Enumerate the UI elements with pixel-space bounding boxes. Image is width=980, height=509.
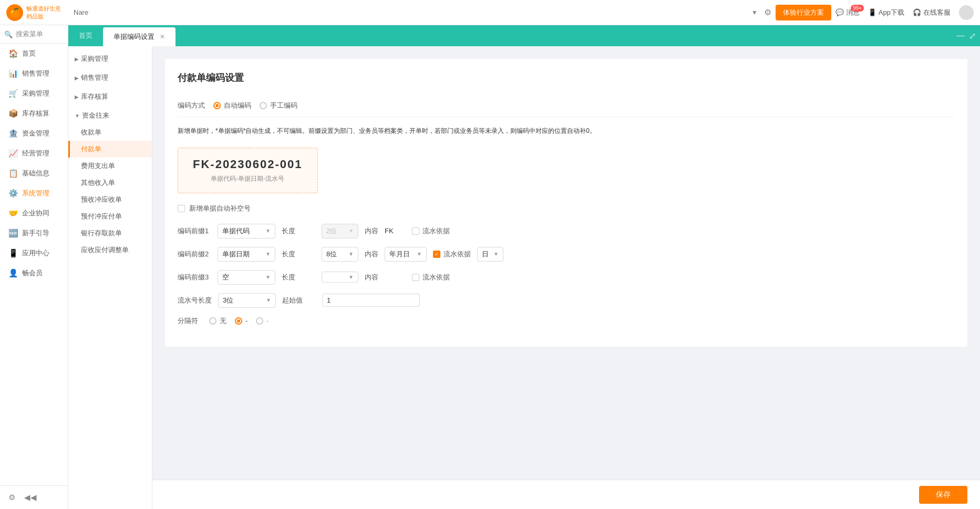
home-icon: 🏠 [8, 49, 18, 58]
separator-radio-group: 无 - · [209, 316, 269, 326]
sub-group-purchase-header[interactable]: ▶ 采购管理 [68, 50, 152, 67]
prefix2-length[interactable]: 8位 ▼ [322, 247, 358, 262]
prefix2-stream-unit-select[interactable]: 日 ▼ [477, 247, 503, 262]
tab-close-icon[interactable]: ✕ [160, 33, 165, 40]
tab-home[interactable]: 首页 [68, 25, 103, 46]
prefix1-length: 2位 ▼ [322, 224, 358, 238]
example-desc: 单据代码-单据日期-流水号 [193, 174, 303, 183]
tab-encoding[interactable]: 单据编码设置 ✕ [103, 27, 176, 46]
prefix3-length-arrow-icon: ▼ [348, 274, 354, 280]
radio-auto-circle [213, 102, 221, 109]
message-btn[interactable]: 💬 消息 99+ [835, 8, 860, 17]
sub-item-payment[interactable]: 付款单 [68, 141, 152, 158]
sidebar-search[interactable]: 🔍 搜索菜单 [0, 25, 68, 44]
prefix1-stream-check[interactable]: 流水依据 [412, 226, 450, 236]
online-service-btn[interactable]: 🎧 在线客服 [913, 8, 951, 17]
sub-item-other-income[interactable]: 其他收入单 [68, 174, 152, 191]
chevron-right-icon2: ▶ [75, 75, 79, 81]
prefix2-label: 编码前缀2 [178, 250, 211, 259]
sep-dot-circle [256, 317, 263, 325]
sub-item-advance-payable[interactable]: 预付冲应付单 [68, 208, 152, 225]
logo: 🍊 畅通道好生意 档品版 [6, 4, 69, 21]
sub-item-bank[interactable]: 银行存取款单 [68, 225, 152, 242]
sub-group-sales-header[interactable]: ▶ 销售管理 [68, 69, 152, 86]
prefix2-content-arrow-icon: ▼ [417, 251, 422, 257]
sidebar-settings-btn[interactable]: ⚙ [4, 490, 19, 505]
headset-icon: 🎧 [913, 8, 921, 16]
sub-item-adjustment[interactable]: 应收应付调整单 [68, 242, 152, 258]
sub-group-finance-header[interactable]: ▼ 资金往来 [68, 107, 152, 124]
encoding-method-label: 编码方式 [178, 101, 205, 110]
settings-icon[interactable]: ⚙ [764, 7, 771, 17]
sep-dash[interactable]: - [235, 317, 247, 325]
separator-row: 分隔符 无 - [178, 316, 955, 326]
sidebar-item-basic[interactable]: 📋 基础信息 [0, 163, 68, 183]
sidebar-item-guide[interactable]: 🆕 新手引导 [0, 223, 68, 243]
auto-fill-checkbox[interactable] [178, 205, 185, 212]
sub-item-expense[interactable]: 费用支出单 [68, 158, 152, 174]
prefix2-content-label: 内容 [365, 250, 378, 259]
sidebar-collapse-btn[interactable]: ◀◀ [23, 490, 38, 505]
prefix2-stream-check[interactable]: 流水依据 [433, 250, 471, 259]
prefix3-select[interactable]: 空 ▼ [218, 270, 275, 285]
sub-group-finance: ▼ 资金往来 收款单 付款单 费用支出单 其他收入单 预收冲应收单 预付冲应付单… [68, 107, 152, 258]
sidebar-item-system[interactable]: ⚙️ 系统管理 [0, 183, 68, 203]
operations-icon: 📈 [8, 149, 18, 158]
sub-item-receipt[interactable]: 收款单 [68, 124, 152, 141]
prefix3-length[interactable]: ▼ [322, 272, 358, 283]
sidebar-item-apps[interactable]: 📱 应用中心 [0, 243, 68, 263]
chevron-right-icon3: ▶ [75, 94, 79, 100]
auto-fill-label: 新增单据自动补空号 [189, 204, 251, 213]
sub-group-inventory-header[interactable]: ▶ 库存核算 [68, 88, 152, 105]
save-button[interactable]: 保存 [919, 486, 967, 504]
prefix3-arrow-icon: ▼ [265, 274, 271, 280]
member-icon: 👤 [8, 268, 18, 278]
radio-manual[interactable]: 手工编码 [260, 101, 297, 110]
prefix2-content-select[interactable]: 年月日 ▼ [385, 247, 427, 262]
serial-length-select[interactable]: 3位 ▼ [218, 293, 276, 308]
prefix3-length-label: 长度 [282, 273, 315, 282]
app-download-btn[interactable]: 📱 App下载 [868, 8, 904, 17]
radio-manual-circle [260, 102, 267, 109]
prefix1-length-label: 长度 [282, 226, 315, 236]
sidebar-item-sales[interactable]: 📊 销售管理 [0, 64, 68, 84]
prefix-row-3: 编码前缀3 空 ▼ 长度 ▼ 内容 [178, 270, 955, 285]
prefix1-stream-checkbox [412, 227, 419, 235]
serial-length-label: 流水号长度 [178, 296, 212, 305]
prefix2-stream-checkbox [433, 251, 440, 258]
main-layout: 🔍 搜索菜单 🏠 首页 📊 销售管理 🛒 采购管理 📦 库存核算 🏦 资金管理 … [0, 25, 980, 509]
top-bar: 🍊 畅通道好生意 档品版 Nare ▼ ⚙ 体验行业方案 💬 消息 99+ 📱 … [0, 0, 980, 25]
radio-auto[interactable]: 自动编码 [213, 101, 251, 110]
sep-dot[interactable]: · [256, 317, 269, 325]
chevron-down-icon[interactable]: ▼ [751, 9, 758, 16]
sep-none[interactable]: 无 [209, 316, 226, 326]
tab-expand-icon[interactable]: ⤢ [969, 31, 976, 41]
sidebar-item-member[interactable]: 👤 畅会员 [0, 263, 68, 283]
prefix3-label: 编码前缀3 [178, 273, 211, 282]
logo-text: 畅通道好生意 档品版 [26, 5, 61, 20]
prefix1-label: 编码前缀1 [178, 226, 211, 236]
search-icon: 🔍 [4, 30, 13, 38]
sidebar-item-finance[interactable]: 🏦 资金管理 [0, 123, 68, 143]
sub-group-purchase: ▶ 采购管理 [68, 50, 152, 67]
sidebar-item-home[interactable]: 🏠 首页 [0, 44, 68, 64]
content-wrapper: ▶ 采购管理 ▶ 销售管理 ▶ 库存核算 [68, 46, 980, 509]
top-bar-right: 💬 消息 99+ 📱 App下载 🎧 在线客服 [835, 5, 974, 20]
prefix3-stream-check[interactable]: 流水依据 [412, 273, 450, 282]
sidebar-item-inventory[interactable]: 📦 库存核算 [0, 103, 68, 123]
tab-bar: 首页 单据编码设置 ✕ — ⤢ [68, 25, 980, 46]
tab-minimize-icon[interactable]: — [956, 31, 965, 40]
trial-btn[interactable]: 体验行业方案 [776, 5, 831, 20]
prefix2-unit-arrow-icon: ▼ [493, 251, 499, 257]
sidebar-item-purchase[interactable]: 🛒 采购管理 [0, 84, 68, 103]
serial-start-input[interactable] [322, 294, 420, 307]
prefix2-select[interactable]: 单据日期 ▼ [218, 247, 275, 262]
bottom-bar: 保存 [152, 480, 980, 509]
sales-icon: 📊 [8, 69, 18, 78]
page-title: 付款单编码设置 [178, 71, 955, 84]
sub-item-advance-receivable[interactable]: 预收冲应收单 [68, 191, 152, 208]
prefix1-select[interactable]: 单据代码 ▼ [218, 224, 275, 238]
sidebar-item-operations[interactable]: 📈 经营管理 [0, 143, 68, 163]
sidebar-item-enterprise[interactable]: 🤝 企业协同 [0, 203, 68, 223]
avatar[interactable] [959, 5, 974, 20]
